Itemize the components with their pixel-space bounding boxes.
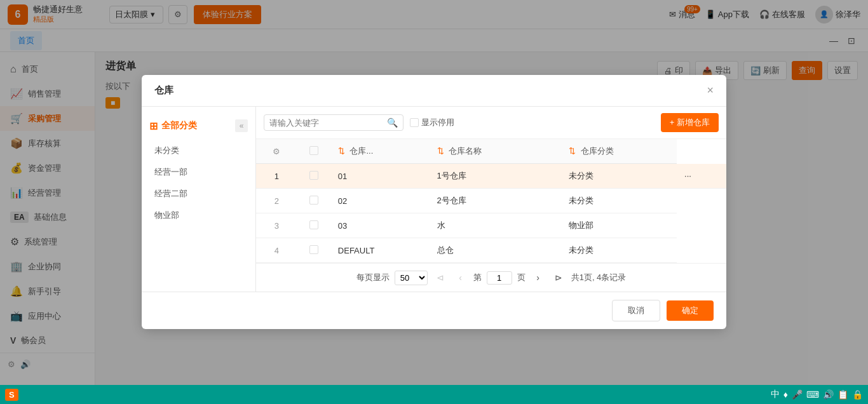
cell-code: 01 (330, 164, 430, 189)
table-panel: 🔍 显示停用 + 新增仓库 ⚙ (256, 107, 726, 292)
pagination: 每页显示 50 100 ⊲ ‹ 第 页 › ⊳ 共1页, 4条记录 (256, 263, 726, 292)
cell-check (297, 164, 330, 189)
per-page-select[interactable]: 50 100 (395, 271, 428, 285)
category-item-dept1[interactable]: 经营一部 (142, 161, 255, 183)
cell-category: 未分类 (561, 164, 677, 189)
th-settings: ⚙ (256, 139, 297, 164)
sort-icon-code: ⇅ (338, 146, 345, 156)
table-row[interactable]: 4 DEFAULT 总仓 未分类 (256, 238, 726, 263)
cell-code: DEFAULT (330, 238, 430, 263)
warehouse-modal: 仓库 × ⊞ 全部分类 « 未分类 经营一部 经营二部 物业部 (142, 75, 726, 329)
search-input[interactable] (269, 118, 387, 128)
show-disabled-label[interactable]: 显示停用 (410, 117, 454, 128)
th-code-label: 仓库... (349, 146, 373, 156)
row-checkbox-2[interactable] (309, 220, 318, 229)
taskbar-keyboard-icon[interactable]: ⌨ (806, 389, 819, 400)
th-code[interactable]: ⇅ 仓库... (330, 139, 430, 164)
page-label: 第 (473, 272, 482, 283)
page-number-input[interactable] (487, 271, 512, 285)
cell-seq: 2 (256, 189, 297, 213)
taskbar-mic-icon[interactable]: 🎤 (792, 389, 803, 400)
modal-close-button[interactable]: × (707, 84, 714, 97)
search-icon: 🔍 (387, 118, 398, 128)
cell-name: 水 (430, 213, 562, 238)
cell-check (297, 238, 330, 263)
sort-icon-cat: ⇅ (569, 146, 576, 156)
settings-th-icon: ⚙ (273, 147, 280, 156)
taskbar-lock-icon[interactable]: 🔒 (852, 389, 863, 400)
cell-seq: 1 (256, 164, 297, 189)
cell-name: 2号仓库 (430, 189, 562, 213)
modal-header: 仓库 × (142, 75, 726, 107)
table-row[interactable]: 3 03 水 物业部 (256, 213, 726, 238)
taskbar-clipboard-icon[interactable]: 📋 (837, 389, 848, 400)
cell-check (297, 189, 330, 213)
category-item-property[interactable]: 物业部 (142, 205, 255, 226)
cell-name: 1号仓库 (430, 164, 562, 189)
category-item-unclassified[interactable]: 未分类 (142, 140, 255, 161)
taskbar-right: 中 ♦ 🎤 ⌨ 🔊 📋 🔒 (771, 389, 863, 400)
cell-seq: 3 (256, 213, 297, 238)
new-warehouse-button[interactable]: + 新增仓库 (661, 113, 719, 132)
select-all-checkbox[interactable] (309, 146, 318, 155)
cell-check (297, 213, 330, 238)
table-header-row: ⚙ ⇅ 仓库... ⇅ (256, 139, 726, 164)
cancel-button[interactable]: 取消 (612, 300, 660, 321)
table-row[interactable]: 2 02 2号仓库 未分类 (256, 189, 726, 213)
cell-seq: 4 (256, 238, 297, 263)
prev-page-btn[interactable]: ‹ (453, 270, 468, 285)
search-input-wrap: 🔍 (264, 114, 403, 131)
row-checkbox-0[interactable] (309, 171, 318, 180)
table-toolbar: 🔍 显示停用 + 新增仓库 (256, 107, 726, 139)
category-header: ⊞ 全部分类 « (142, 114, 255, 137)
cell-code: 02 (330, 189, 430, 213)
show-disabled-checkbox[interactable] (410, 118, 419, 127)
per-page-label: 每页显示 (356, 272, 390, 283)
warehouse-table: ⚙ ⇅ 仓库... ⇅ (256, 139, 726, 263)
taskbar-left: S (5, 389, 18, 401)
cell-actions[interactable]: ··· (677, 164, 726, 189)
th-category-label: 仓库分类 (581, 146, 614, 156)
table-wrap: ⚙ ⇅ 仓库... ⇅ (256, 139, 726, 263)
row-checkbox-3[interactable] (309, 245, 318, 254)
modal-title: 仓库 (154, 84, 173, 97)
confirm-button[interactable]: 确定 (667, 300, 714, 321)
cell-category: 未分类 (561, 238, 677, 263)
th-name-label: 仓库名称 (449, 146, 482, 156)
all-category-btn[interactable]: ⊞ 全部分类 (149, 120, 197, 132)
all-category-label: 全部分类 (161, 120, 197, 131)
cell-code: 03 (330, 213, 430, 238)
first-page-btn[interactable]: ⊲ (433, 270, 448, 285)
page-suffix: 页 (517, 272, 526, 283)
cell-name: 总仓 (430, 238, 562, 263)
taskbar-logo: S (5, 389, 18, 401)
sort-icon-name: ⇅ (437, 146, 444, 156)
taskbar: S 中 ♦ 🎤 ⌨ 🔊 📋 🔒 (0, 385, 868, 404)
modal-body: ⊞ 全部分类 « 未分类 经营一部 经营二部 物业部 🔍 (142, 107, 726, 292)
next-page-btn[interactable]: › (531, 270, 546, 285)
category-item-dept2[interactable]: 经营二部 (142, 183, 255, 205)
category-panel: ⊞ 全部分类 « 未分类 经营一部 经营二部 物业部 (142, 107, 256, 292)
taskbar-zh-icon[interactable]: 中 (771, 389, 780, 400)
taskbar-speaker-icon[interactable]: 🔊 (823, 389, 834, 400)
cell-category: 物业部 (561, 213, 677, 238)
total-info: 共1页, 4条记录 (571, 272, 627, 283)
table-row[interactable]: 1 01 1号仓库 未分类 ··· (256, 164, 726, 189)
last-page-btn[interactable]: ⊳ (551, 270, 566, 285)
row-checkbox-1[interactable] (309, 196, 318, 205)
collapse-button[interactable]: « (235, 119, 248, 132)
show-disabled-text: 显示停用 (421, 117, 454, 128)
grid-icon: ⊞ (149, 120, 158, 132)
cell-category: 未分类 (561, 189, 677, 213)
th-check (297, 139, 330, 164)
th-name[interactable]: ⇅ 仓库名称 (430, 139, 562, 164)
modal-footer: 取消 确定 (142, 292, 726, 329)
taskbar-dot-icon[interactable]: ♦ (783, 389, 788, 400)
th-category[interactable]: ⇅ 仓库分类 (561, 139, 677, 164)
modal-overlay: 仓库 × ⊞ 全部分类 « 未分类 经营一部 经营二部 物业部 (0, 0, 868, 404)
